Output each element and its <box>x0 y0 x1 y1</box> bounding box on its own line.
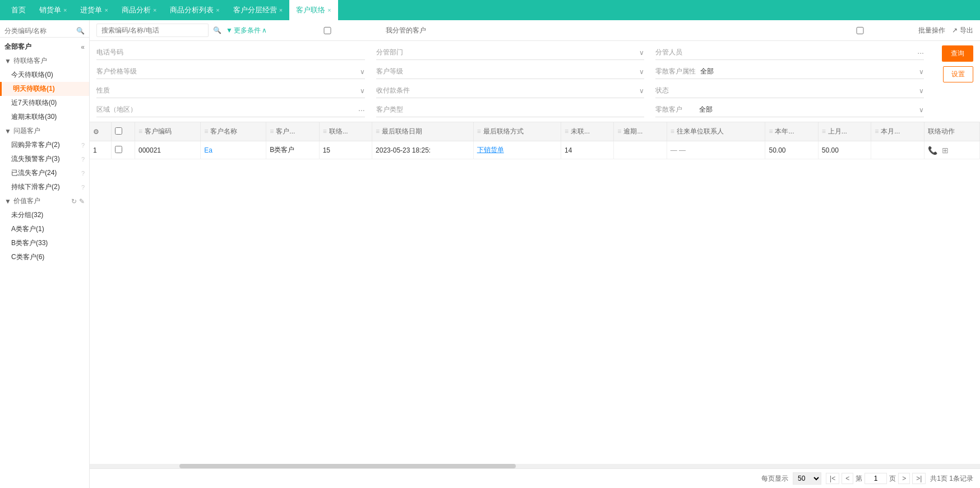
all-customers-header[interactable]: 全部客户 « <box>0 40 89 54</box>
set-button[interactable]: 设置 <box>943 66 973 82</box>
edit-icon[interactable]: ✎ <box>79 197 85 205</box>
value-customer-icons: ↻ ✎ <box>71 197 85 205</box>
next-page-button[interactable]: > <box>898 473 910 484</box>
query-button[interactable]: 查询 <box>942 45 973 62</box>
close-icon[interactable]: × <box>63 7 67 13</box>
sidebar-item-c-class[interactable]: C类客户(6) <box>0 250 89 264</box>
first-page-button[interactable]: |< <box>826 473 839 484</box>
row-checkbox[interactable] <box>115 146 122 153</box>
export-button[interactable]: ↗ 导出 <box>952 26 973 35</box>
sidebar-search-area: 🔍 <box>0 25 89 38</box>
close-icon[interactable]: × <box>327 7 331 13</box>
table-row: 1 000021 Ea B类客户 15 2023-05-23 18:25: 下销… <box>90 141 980 159</box>
region-dots-button[interactable]: ··· <box>358 105 365 114</box>
filter-row-2: 客户价格等级 ∨ 客户等级 ∨ <box>96 65 935 79</box>
col-last-month[interactable]: 上月... <box>818 122 871 141</box>
scrollbar-thumb[interactable] <box>179 464 516 468</box>
cell-index: 1 <box>90 141 111 159</box>
toolbar-right: 批量操作 ↗ 导出 <box>804 26 973 35</box>
group-pending-contact[interactable]: ▼ 待联络客户 <box>0 54 89 68</box>
filter-retail-attr: 零散客户属性 全部 ∨ <box>655 65 924 79</box>
sidebar-item-week-contact[interactable]: 近7天待联络(0) <box>0 96 89 110</box>
col-code[interactable]: 客户编码 <box>135 122 201 141</box>
batch-operation-button[interactable]: 批量操作 <box>804 26 945 35</box>
sidebar-item-b-class[interactable]: B类客户(33) <box>0 236 89 250</box>
action-grid-icon[interactable]: ⊞ <box>942 146 949 155</box>
col-type[interactable]: 客户... <box>266 122 319 141</box>
cell-last-contact-method[interactable]: 下销货单 <box>473 141 561 159</box>
contact-method-link[interactable]: 下销货单 <box>477 146 504 154</box>
retail-attr-dropdown[interactable]: 全部 ∨ <box>700 67 924 76</box>
payment-terms-dropdown[interactable]: ∨ <box>420 87 645 95</box>
sidebar-item-overdue-contact[interactable]: 逾期未联络(30) <box>0 110 89 124</box>
sidebar-item-churn-warning[interactable]: 流失预警客户(3) ? <box>0 152 89 166</box>
cell-name: Ea <box>201 141 266 159</box>
more-conditions-button[interactable]: ▼ 更多条件 ∧ <box>226 26 267 35</box>
horizontal-scrollbar[interactable] <box>90 464 980 468</box>
sidebar-item-repurchase-anomaly[interactable]: 回购异常客户(2) ? <box>0 138 89 152</box>
phone-input[interactable] <box>140 49 365 57</box>
cell-checkbox[interactable] <box>111 141 135 159</box>
my-customers-check[interactable] <box>271 27 383 34</box>
close-icon[interactable]: × <box>216 7 219 13</box>
price-level-dropdown[interactable]: ∨ <box>141 68 365 76</box>
nav-item-sales[interactable]: 销货单 × <box>33 0 73 20</box>
batch-checkbox[interactable] <box>804 27 916 34</box>
nav-item-home[interactable]: 首页 <box>4 0 33 20</box>
search-icon[interactable]: 🔍 <box>76 27 85 35</box>
chevron-down-icon: ∨ <box>639 49 644 57</box>
nav-item-customer-tier[interactable]: 客户分层经营 × <box>226 0 289 20</box>
status-dropdown[interactable]: ∨ <box>699 87 924 95</box>
arrow-icon: ▼ <box>4 197 11 205</box>
dept-dropdown[interactable]: ∨ <box>420 49 645 57</box>
last-page-button[interactable]: >| <box>912 473 926 484</box>
nav-item-purchase[interactable]: 进货单 × <box>73 0 114 20</box>
refresh-icon[interactable]: ↻ <box>71 197 77 205</box>
col-this-year[interactable]: 本年... <box>765 122 818 141</box>
col-name[interactable]: 客户名称 <box>201 122 266 141</box>
sidebar-item-a-class[interactable]: A类客户(1) <box>0 222 89 236</box>
sidebar-item-today-contact[interactable]: 今天待联络(0) <box>0 68 89 82</box>
page-number-input[interactable] <box>865 473 887 484</box>
retail-customer-dropdown[interactable]: 全部 ∨ <box>699 105 924 114</box>
filter-person: 分管人员 ··· <box>655 45 924 60</box>
sidebar-item-unclassified[interactable]: 未分组(32) <box>0 208 89 222</box>
close-icon[interactable]: × <box>279 7 283 13</box>
my-customers-checkbox[interactable]: 我分管的客户 <box>271 26 426 35</box>
sidebar-search-input[interactable] <box>4 27 76 35</box>
col-checkbox[interactable] <box>111 122 135 141</box>
nav-item-customer-contact[interactable]: 客户联络 × <box>289 0 338 20</box>
col-overdue[interactable]: 逾期... <box>614 122 667 141</box>
filter-actions: 查询 设置 <box>942 45 973 82</box>
select-all-checkbox[interactable] <box>115 127 122 135</box>
col-last-contact-method[interactable]: 最后联络方式 <box>473 122 561 141</box>
more-dots-button[interactable]: ··· <box>917 48 924 57</box>
col-contact-count[interactable]: 联络... <box>319 122 372 141</box>
nature-dropdown[interactable]: ∨ <box>140 87 365 95</box>
customer-level-dropdown[interactable]: ∨ <box>420 68 645 76</box>
group-problem-customers[interactable]: ▼ 问题客户 <box>0 124 89 138</box>
help-icon: ? <box>81 142 85 149</box>
col-contact-person[interactable]: 往来单位联系人 <box>667 122 765 141</box>
chevron-down-icon: ∨ <box>639 87 644 95</box>
nav-item-product-analysis[interactable]: 商品分析 × <box>115 0 163 20</box>
col-uncontacted[interactable]: 未联... <box>561 122 613 141</box>
search-button[interactable]: 🔍 <box>213 26 221 34</box>
sidebar-item-tomorrow-contact[interactable]: 明天待联络(1) <box>0 82 89 96</box>
filter-row-3: 性质 ∨ 收付款条件 ∨ <box>96 84 935 98</box>
collapse-icon[interactable]: « <box>81 43 85 51</box>
group-value-customers[interactable]: ▼ 价值客户 ↻ ✎ <box>0 194 89 208</box>
sidebar-item-churned[interactable]: 已流失客户(24) ? <box>0 166 89 180</box>
chevron-down-icon: ∨ <box>919 68 924 76</box>
per-page-select[interactable]: 10 20 50 100 <box>793 472 821 485</box>
nav-item-product-list[interactable]: 商品分析列表 × <box>163 0 226 20</box>
prev-page-button[interactable]: < <box>842 473 853 484</box>
action-phone-icon[interactable]: 📞 <box>928 146 937 155</box>
search-input[interactable] <box>96 24 209 37</box>
col-settings[interactable]: ⚙ <box>90 122 111 141</box>
sidebar-item-declining[interactable]: 持续下滑客户(2) ? <box>0 180 89 194</box>
col-this-month[interactable]: 本月... <box>871 122 924 141</box>
close-icon[interactable]: × <box>153 7 156 13</box>
col-last-contact-date[interactable]: 最后联络日期 <box>372 122 474 141</box>
close-icon[interactable]: × <box>104 7 108 13</box>
